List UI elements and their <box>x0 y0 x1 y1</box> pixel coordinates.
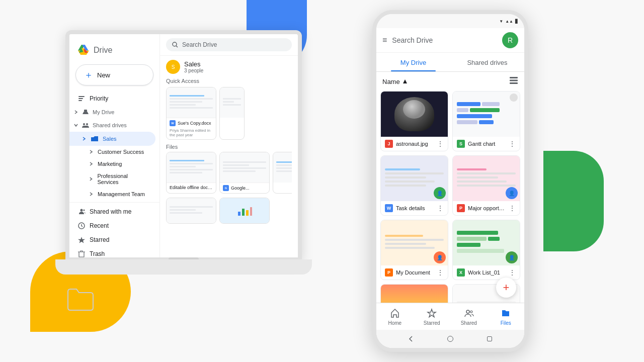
chevron-right-icon-mktg <box>89 161 94 166</box>
file-preview-1 <box>167 87 216 118</box>
sidebar-item-professional-services[interactable]: Professional Services <box>69 170 155 188</box>
worklist-more-button[interactable]: ⋮ <box>509 268 516 277</box>
file-card-5[interactable] <box>219 198 270 224</box>
gantt-file-name: Gantt chart <box>468 141 506 147</box>
astronaut-more-button[interactable]: ⋮ <box>437 140 444 148</box>
sidebar-item-sales[interactable]: Sales <box>69 132 155 146</box>
file-card-mydoc[interactable]: 👤 P My Document ⋮ <box>380 220 448 280</box>
sidebar-label-starred: Starred <box>90 236 109 243</box>
quick-access-file-1[interactable]: W Sue's Copy.docx Priya Sharma edited in… <box>166 87 216 140</box>
gantt-more-button[interactable]: ⋮ <box>509 140 516 148</box>
shared-with-me-icon <box>77 208 86 216</box>
sidebar-item-management-team[interactable]: Management Team <box>69 188 155 200</box>
sidebar-item-recent[interactable]: Recent <box>69 219 155 233</box>
sidebar-item-trash[interactable]: Trash <box>69 247 155 261</box>
new-button-label: New <box>97 71 110 79</box>
mydoc-more-button[interactable]: ⋮ <box>437 268 444 277</box>
user-avatar[interactable]: R <box>502 32 518 48</box>
phone-search-input[interactable]: Search Drive <box>392 36 497 44</box>
search-bar-desktop[interactable]: Search Drive <box>166 38 292 51</box>
network-icon: ▲▲ <box>505 19 513 24</box>
gantt-file-info: S Gantt chart ⋮ <box>453 137 520 151</box>
file-card-2[interactable]: G Google... <box>219 152 270 194</box>
svg-point-7 <box>80 209 83 212</box>
drive-logo-text: Drive <box>94 46 112 55</box>
quick-access-file-2[interactable] <box>219 87 245 140</box>
nav-shared[interactable]: Shared <box>450 307 488 326</box>
starred-icon <box>77 236 86 244</box>
recents-square-icon <box>487 336 492 341</box>
file-card-worklist[interactable]: 👤 X Work List_01 ⋮ <box>452 220 520 280</box>
sort-by-name[interactable]: Name <box>382 78 408 85</box>
priority-icon <box>77 95 86 103</box>
file-card-astronaut[interactable]: J astronaut.jpg ⋮ <box>380 91 448 151</box>
sidebar-item-shared-drives[interactable]: Shared drives <box>69 119 155 132</box>
sidebar-item-priority[interactable]: Priority <box>69 92 155 106</box>
nav-files[interactable]: Files <box>488 307 525 326</box>
files-nav-icon <box>500 307 512 319</box>
file-card-task[interactable]: 👤 W Task details ⋮ <box>380 155 448 216</box>
sidebar-item-customer-success[interactable]: Customer Success <box>69 146 155 158</box>
android-back-button[interactable] <box>406 334 416 344</box>
sidebar-item-starred[interactable]: Starred <box>69 233 155 247</box>
star-nav-icon <box>426 307 438 319</box>
drive-content-area: S Sales 3 people Quick Access <box>160 56 298 257</box>
trash-icon <box>77 250 86 258</box>
chevron-right-icon-mt <box>89 192 94 197</box>
hamburger-menu-button[interactable]: ≡ <box>382 36 387 45</box>
major-thumb: 👤 <box>453 156 520 201</box>
sales-folder-icon <box>91 135 99 143</box>
file-card-gantt[interactable]: S Gantt chart ⋮ <box>452 91 520 151</box>
svg-rect-15 <box>246 210 249 216</box>
android-home-button[interactable] <box>445 334 455 344</box>
view-toggle-icon[interactable] <box>509 76 518 87</box>
fab-plus-icon: + <box>503 282 510 293</box>
tab-shared-drives[interactable]: Shared drives <box>450 53 524 71</box>
sheets-icon: S <box>457 140 465 148</box>
laptop-device: Drive ＋ New Priority My Drive <box>65 30 302 312</box>
sidebar-item-mydrive[interactable]: My Drive <box>69 106 155 119</box>
shared-drive-people: 3 people <box>184 68 203 73</box>
phone-files-header: Name <box>376 72 524 91</box>
home-nav-label: Home <box>388 320 401 326</box>
sidebar: Drive ＋ New Priority My Drive <box>69 34 160 257</box>
file-card-4[interactable] <box>166 198 216 224</box>
battery-icon: ▊ <box>515 19 518 24</box>
worklist-thumb: 👤 <box>453 220 520 265</box>
svg-rect-1 <box>78 96 85 97</box>
home-nav-icon <box>389 307 401 319</box>
nav-home[interactable]: Home <box>376 307 414 326</box>
fab-add-button[interactable]: + <box>496 278 516 298</box>
sidebar-item-marketing[interactable]: Marketing <box>69 158 155 170</box>
file-card-major[interactable]: 👤 P Major opportu... ⋮ <box>452 155 520 216</box>
new-button[interactable]: ＋ New <box>75 64 153 85</box>
sidebar-label-professional-services: Professional Services <box>97 173 147 185</box>
svg-point-12 <box>173 42 177 46</box>
sort-label: Name <box>382 78 400 85</box>
major-file-info: P Major opportu... ⋮ <box>453 201 520 215</box>
phone-device: ▼ ▲▲ ▊ ≡ Search Drive R My Drive Shared … <box>372 10 528 352</box>
svg-rect-14 <box>242 209 245 216</box>
file-preview-2 <box>220 87 244 118</box>
home-circle-icon <box>447 336 453 342</box>
svg-rect-3 <box>78 100 82 101</box>
svg-rect-18 <box>510 80 518 81</box>
worklist-file-info: X Work List_01 ⋮ <box>453 265 520 280</box>
tab-my-drive[interactable]: My Drive <box>376 53 450 71</box>
sidebar-item-shared-with-me[interactable]: Shared with me <box>69 205 155 219</box>
drive-main-content: Search Drive S Sales 3 people Quick Acce… <box>160 34 298 257</box>
file-card-3[interactable] <box>273 152 292 194</box>
nav-starred[interactable]: Starred <box>414 307 451 326</box>
file-card-1[interactable]: Editable offline docu... <box>166 152 216 194</box>
shared-drive-header: S Sales 3 people <box>166 60 292 74</box>
plus-icon: ＋ <box>84 69 93 81</box>
file-preview-4 <box>220 152 269 183</box>
background-green-rectangle <box>543 151 604 251</box>
task-user-avatar: 👤 <box>434 187 446 199</box>
major-more-button[interactable]: ⋮ <box>509 204 516 212</box>
phone-bottom-nav: Home Starred Shared Files <box>376 303 524 330</box>
file-name-4: Google... <box>231 186 250 191</box>
task-more-button[interactable]: ⋮ <box>437 204 444 212</box>
signal-icon: ▼ <box>499 19 503 24</box>
android-recents-button[interactable] <box>485 334 495 344</box>
